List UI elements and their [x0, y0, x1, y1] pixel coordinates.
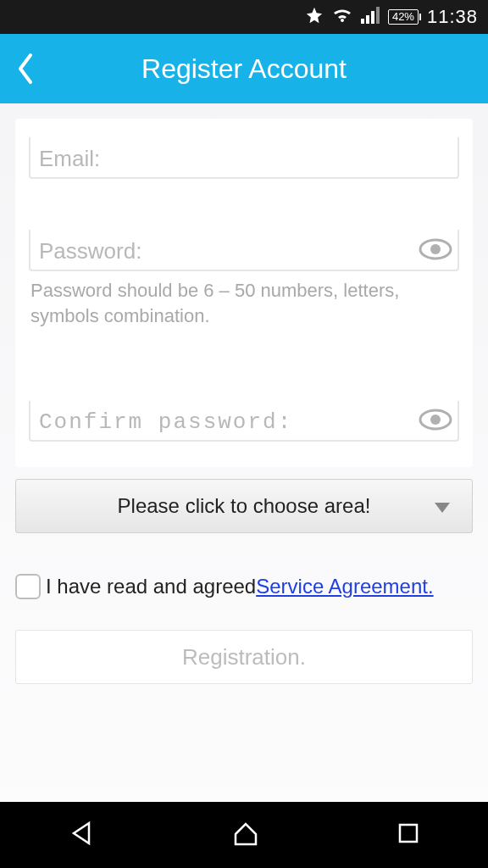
svg-rect-10 — [400, 825, 417, 842]
chevron-down-icon — [435, 494, 450, 518]
wifi-icon — [332, 7, 352, 28]
nav-back-button[interactable] — [43, 812, 119, 858]
agreement-checkbox[interactable] — [15, 574, 41, 599]
back-button[interactable] — [0, 34, 51, 103]
nav-recent-button[interactable] — [372, 814, 445, 856]
svg-point-7 — [430, 415, 441, 425]
eye-icon[interactable] — [419, 408, 452, 435]
content-area: Password should be 6 – 50 numbers, lette… — [0, 103, 488, 802]
status-bar: 42% 11:38 — [0, 0, 488, 34]
nav-home-button[interactable] — [207, 812, 285, 858]
clock: 11:38 — [427, 6, 478, 28]
confirm-password-field[interactable] — [29, 401, 459, 442]
area-label: Please click to choose area! — [118, 494, 371, 518]
agreement-text: I have read and agreed — [46, 575, 256, 598]
battery-indicator: 42% — [388, 9, 419, 25]
registration-label: Registration. — [182, 644, 306, 670]
password-hint: Password should be 6 – 50 numbers, lette… — [29, 278, 459, 328]
email-field[interactable] — [29, 137, 459, 179]
signal-icon — [361, 7, 380, 28]
page-title: Register Account — [0, 53, 488, 85]
password-field[interactable] — [29, 230, 459, 271]
svg-marker-8 — [435, 503, 450, 513]
app-header: Register Account — [0, 34, 488, 103]
service-agreement-link[interactable]: Service Agreement. — [256, 575, 433, 598]
agreement-row: I have read and agreed Service Agreement… — [15, 574, 473, 599]
svg-rect-0 — [361, 19, 364, 24]
svg-rect-2 — [371, 11, 374, 24]
svg-marker-9 — [74, 823, 89, 843]
svg-rect-1 — [366, 15, 369, 24]
eye-icon[interactable] — [419, 237, 452, 264]
form-card: Password should be 6 – 50 numbers, lette… — [15, 119, 473, 467]
choose-area-dropdown[interactable]: Please click to choose area! — [15, 479, 473, 533]
svg-rect-3 — [376, 7, 380, 24]
star-icon — [305, 6, 324, 29]
system-nav-bar — [0, 802, 488, 868]
svg-point-5 — [430, 244, 441, 254]
registration-button[interactable]: Registration. — [15, 630, 473, 684]
